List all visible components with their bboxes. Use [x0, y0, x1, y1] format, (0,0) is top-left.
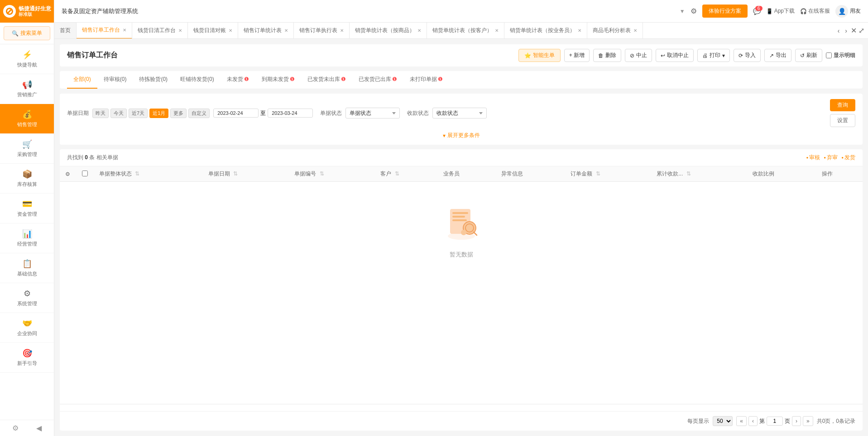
- tab-close-icon[interactable]: ✕: [417, 28, 421, 33]
- col-settings[interactable]: ⚙: [60, 166, 76, 182]
- sidebar-item-marketing[interactable]: 📢 营销推广: [0, 74, 54, 104]
- page-input[interactable]: [767, 417, 783, 426]
- sidebar-search-button[interactable]: 🔍 搜索菜单: [4, 26, 50, 40]
- sidebar-item-inventory[interactable]: 📦 库存核算: [0, 164, 54, 194]
- tab-close-icon[interactable]: ✕: [578, 28, 581, 33]
- table-scroll-area[interactable]: ⚙ 单据整体状态 ⇅ 单据日期 ⇅ 单据编号: [60, 166, 863, 404]
- tab-sales-exec[interactable]: 销售订单执行表 ✕: [294, 23, 350, 39]
- refresh-button[interactable]: ↺ 刷新: [795, 49, 822, 62]
- filter-tab-pending-check[interactable]: 待拣验货(0): [133, 71, 174, 89]
- tab-close-all-button[interactable]: ✕: [851, 26, 857, 35]
- sidebar-item-label: 营销推广: [17, 91, 37, 98]
- cancel-icon: ↩: [661, 52, 665, 59]
- user-menu[interactable]: 👤 用友: [835, 5, 861, 18]
- ship-action-btn[interactable]: 发货: [841, 154, 855, 161]
- filter-tab-shipped-out[interactable]: 已发货已出库❶: [352, 71, 403, 89]
- filter-tab-not-shipped[interactable]: 未发货❶: [221, 71, 255, 89]
- tab-cash-reconcile[interactable]: 钱货日清对账 ✕: [188, 23, 238, 39]
- tab-home-label: 首页: [60, 27, 71, 34]
- settings-bottom-icon[interactable]: ⚙: [12, 424, 19, 432]
- svg-rect-4: [452, 219, 467, 221]
- tab-close-icon[interactable]: ✕: [229, 28, 232, 33]
- sidebar-item-enterprise[interactable]: 🤝 企业协同: [0, 313, 54, 343]
- content-area: 销售订单工作台 ⭐ 智能生单 + 新增 🗑 删除 ⊘ 中止 ↩: [54, 39, 868, 436]
- filter-tab-pending-review[interactable]: 待审核(0): [97, 71, 133, 89]
- sidebar-item-basic[interactable]: 📋 基础信息: [0, 253, 54, 283]
- tab-sales-margin[interactable]: 商品毛利分析表 ✕: [587, 23, 643, 39]
- print-button[interactable]: 🖨 打印 ▾: [697, 49, 730, 62]
- online-service-button[interactable]: 🎧 在线客服: [800, 7, 830, 15]
- cancel-review-action-btn[interactable]: 弃审: [824, 154, 838, 161]
- settings-button[interactable]: 设置: [830, 114, 855, 127]
- tab-cash-daily[interactable]: 钱货日清工作台 ✕: [132, 23, 188, 39]
- more-btn[interactable]: 更多: [170, 109, 187, 118]
- sidebar-item-purchase[interactable]: 🛒 采购管理: [0, 134, 54, 164]
- tab-close-icon[interactable]: ✕: [178, 28, 182, 33]
- payment-select[interactable]: 收款状态: [432, 108, 487, 118]
- tab-expand-button[interactable]: ⤢: [858, 26, 864, 35]
- query-button[interactable]: 查询: [830, 99, 855, 111]
- date-from-input[interactable]: [213, 109, 259, 118]
- select-all-checkbox[interactable]: [82, 171, 88, 176]
- sidebar-item-sales[interactable]: 💰 销售管理: [0, 104, 54, 134]
- message-button[interactable]: 💬 6: [753, 8, 761, 15]
- page-first-button[interactable]: «: [736, 416, 747, 426]
- filter-tab-wangpu[interactable]: 旺铺待发货(0): [174, 71, 221, 89]
- settings-icon-btn[interactable]: ⚙: [691, 7, 697, 15]
- date-separator: 至: [260, 109, 266, 117]
- filter-tab-label: 未打印单据❶: [410, 76, 443, 82]
- filter-tab-not-printed[interactable]: 未打印单据❶: [403, 71, 449, 89]
- app-download-button[interactable]: 📱 App下载: [766, 7, 795, 15]
- tab-prev-button[interactable]: ‹: [836, 26, 842, 35]
- tab-close-icon[interactable]: ✕: [495, 28, 499, 33]
- filter-tab-shipped-not-out[interactable]: 已发货未出库❶: [301, 71, 352, 89]
- tab-sales-stats-product[interactable]: 销货单统计表（按商品） ✕: [350, 23, 427, 39]
- today-btn[interactable]: 今天: [110, 109, 127, 118]
- tab-close-icon[interactable]: ✕: [633, 28, 637, 33]
- table-count: 共找到 0 条 相关单据: [67, 154, 118, 161]
- sidebar-item-system[interactable]: ⚙ 系统管理: [0, 283, 54, 313]
- import-button[interactable]: ⟳ 导入: [734, 49, 761, 62]
- tab-close-icon[interactable]: ✕: [284, 28, 288, 33]
- tab-close-icon[interactable]: ✕: [340, 28, 344, 33]
- custom-btn[interactable]: 自定义: [188, 109, 210, 118]
- sort-icon: ⇅: [395, 171, 399, 177]
- date-to-input[interactable]: [268, 109, 313, 118]
- tab-label: 钱货日清工作台: [138, 27, 176, 34]
- page-last-button[interactable]: »: [803, 416, 813, 426]
- horizontal-scrollbar[interactable]: [60, 404, 863, 411]
- last1month-btn[interactable]: 近1月: [149, 109, 168, 118]
- col-ratio: 收款比例: [747, 166, 816, 182]
- tab-sales-stats[interactable]: 销售订单统计表 ✕: [238, 23, 294, 39]
- page-size-select[interactable]: 50: [713, 416, 733, 426]
- sidebar-item-guide[interactable]: 🎯 新手引导: [0, 343, 54, 373]
- last7-btn[interactable]: 近7天: [129, 109, 148, 118]
- export-button[interactable]: ↗ 导出: [764, 49, 791, 62]
- filter-tab-all[interactable]: 全部(0): [67, 71, 97, 89]
- tab-sales-workbench[interactable]: 销售订单工作台 ✕: [77, 23, 132, 39]
- tab-close-icon[interactable]: ✕: [123, 28, 126, 33]
- sidebar-item-operation[interactable]: 📊 经营管理: [0, 223, 54, 253]
- show-detail-checkbox[interactable]: [826, 52, 832, 58]
- delete-button[interactable]: 🗑 删除: [593, 49, 621, 62]
- tab-home[interactable]: 首页: [54, 23, 77, 39]
- sidebar-item-quick-nav[interactable]: ⚡ 快捷导航: [0, 44, 54, 74]
- filter-tab-overdue[interactable]: 到期未发货❶: [255, 71, 301, 89]
- sidebar-item-finance[interactable]: 💳 资金管理: [0, 194, 54, 223]
- add-button[interactable]: + 新增: [564, 49, 590, 62]
- topbar-actions: 💬 6 📱 App下载 🎧 在线客服 👤 用友: [753, 5, 861, 18]
- tab-sales-stats-staff[interactable]: 销货单统计表（按业务员） ✕: [504, 23, 587, 39]
- cancel-stop-button[interactable]: ↩ 取消中止: [656, 49, 694, 62]
- collapse-icon[interactable]: ◀: [36, 424, 42, 432]
- tab-next-button[interactable]: ›: [843, 26, 849, 35]
- status-select[interactable]: 单据状态: [345, 108, 400, 118]
- tab-sales-stats-customer[interactable]: 销货单统计表（按客户） ✕: [427, 23, 504, 39]
- page-prev-button[interactable]: ‹: [748, 416, 758, 426]
- solution-button[interactable]: 体验行业方案: [702, 5, 748, 18]
- yesterday-btn[interactable]: 昨天: [92, 109, 109, 118]
- ai-generate-button[interactable]: ⭐ 智能生单: [518, 49, 561, 62]
- page-next-button[interactable]: ›: [792, 416, 801, 426]
- stop-button[interactable]: ⊘ 中止: [625, 49, 652, 62]
- review-action-btn[interactable]: 审核: [806, 154, 820, 161]
- expand-conditions-button[interactable]: ▾ 展开更多条件: [443, 132, 480, 139]
